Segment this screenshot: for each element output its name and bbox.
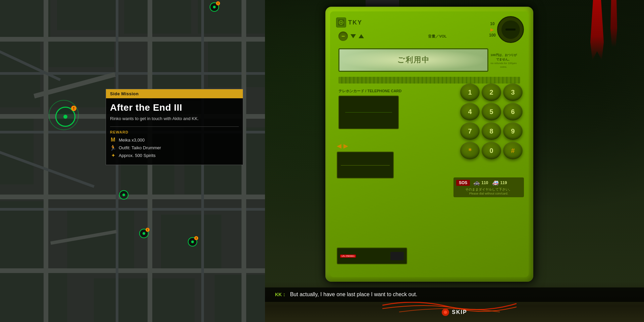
- road: [0, 72, 265, 75]
- city-block: [47, 40, 114, 67]
- reward-label: REWARD: [110, 130, 239, 134]
- coin-slit: [505, 29, 516, 31]
- map-marker-side[interactable]: [119, 190, 128, 200]
- keypad-row-2: 4 5 6: [452, 103, 523, 120]
- phone-body: TKY − 音量／VOL + 10 ▶ 100: [325, 7, 533, 282]
- map-panel: ! ! ! ! Side Mission After the End III R…: [0, 0, 265, 322]
- city-block: [57, 0, 117, 30]
- outfit-icon: 🏃: [110, 145, 116, 151]
- red-drip-2: [610, 0, 617, 47]
- map-marker-side[interactable]: !: [188, 237, 197, 247]
- active-marker-body: !: [55, 107, 75, 127]
- road: [0, 208, 265, 211]
- vol-up-arrow: [359, 34, 364, 38]
- handset-right-arrow: ▶: [343, 142, 348, 150]
- city-block: [94, 278, 195, 322]
- vol-label: 音量／VOL: [367, 34, 508, 39]
- skip-label: SKIP: [452, 309, 467, 315]
- road: [0, 195, 265, 199]
- key-3[interactable]: 3: [503, 84, 523, 101]
- bottom-slot-meter: [390, 252, 404, 260]
- key-1[interactable]: 1: [460, 84, 480, 101]
- city-block: [198, 0, 265, 34]
- skip-button-icon: [442, 309, 449, 316]
- marker-dot: [122, 194, 125, 196]
- brand-logo: [336, 17, 346, 28]
- screen-display-text: ご利用中: [397, 55, 430, 65]
- city-block: [0, 0, 50, 40]
- reward-meika: M Meika x3,000: [110, 137, 239, 143]
- no-change-text-jp: 100円は、おつりがでません。: [489, 53, 518, 61]
- map-marker-active[interactable]: !: [55, 107, 75, 127]
- reward-spirits-text: Approx. 500 Spirits: [119, 153, 156, 158]
- key-8[interactable]: 8: [482, 122, 501, 140]
- coin-area: 10 ▶ 100 100円は、おつりがでません。 no refunds for: [489, 16, 524, 44]
- road: [44, 0, 48, 322]
- city-block: [124, 0, 191, 34]
- key-hash[interactable]: #: [503, 142, 523, 159]
- keypad-row-3: 7 8 9: [452, 122, 523, 140]
- key-5[interactable]: 5: [482, 103, 501, 120]
- brand-name: TKY: [348, 19, 362, 26]
- city-block: [0, 117, 34, 184]
- subtitle-bar: KK： But actually, I have one last place …: [265, 287, 644, 302]
- mission-type-label: Side Mission: [106, 89, 243, 98]
- reward-spirits: ✦ Approx. 500 Spirits: [110, 152, 239, 158]
- marker-dot: [143, 232, 145, 235]
- coin-slot-inner: [501, 20, 520, 39]
- card-slot[interactable]: [338, 96, 399, 129]
- road: [0, 268, 265, 273]
- sos-button[interactable]: SOS: [456, 180, 470, 186]
- keypad: 1 2 3 4 5 6 7 8 9 ＊ 0 #: [452, 84, 523, 161]
- marker-exclaim: !: [194, 236, 198, 240]
- key-6[interactable]: 6: [503, 103, 523, 120]
- vol-minus-btn[interactable]: −: [338, 32, 348, 41]
- handset-slot[interactable]: [337, 152, 394, 178]
- phone-inner-body: TKY − 音量／VOL + 10 ▶ 100: [330, 11, 529, 277]
- map-marker-side[interactable]: !: [139, 229, 149, 238]
- phone-stripe-decoration: [338, 77, 520, 84]
- ambulance-icon: 🚑: [492, 179, 499, 186]
- bottom-slots: UN 2569901: [337, 248, 407, 267]
- key-4[interactable]: 4: [460, 103, 480, 120]
- phone-brand: TKY: [336, 17, 362, 28]
- key-2[interactable]: 2: [482, 84, 501, 101]
- key-9[interactable]: 9: [503, 122, 523, 140]
- spirits-icon: ✦: [110, 152, 116, 158]
- vol-down-arrow: [351, 34, 356, 38]
- sos-instruction-en: Please dial without coin/card.: [456, 192, 521, 195]
- keypad-row-4: ＊ 0 #: [452, 142, 523, 159]
- skip-button[interactable]: SKIP: [265, 309, 644, 316]
- active-marker-exclaim: !: [71, 106, 76, 111]
- marker-dot: [191, 240, 194, 243]
- mission-title: After the End III: [106, 98, 243, 116]
- bottom-slot-main: UN 2569901: [337, 248, 407, 264]
- sos-section: SOS 🚓 110 🚑 119 そのままダイヤルして下さい。 Please di…: [453, 177, 524, 197]
- coin-slot[interactable]: [497, 16, 524, 43]
- key-star[interactable]: ＊: [460, 142, 480, 159]
- key-7[interactable]: 7: [460, 122, 480, 140]
- map-background: ! ! ! ! Side Mission After the End III R…: [0, 0, 265, 322]
- sos-number-119: 119: [500, 180, 507, 185]
- sos-number-110: 110: [481, 180, 488, 185]
- reward-section: REWARD M Meika x3,000 🏃 Outfit: Taiko Dr…: [106, 127, 243, 165]
- city-block: [208, 40, 265, 87]
- sticker-label: UN 2569901: [340, 255, 356, 258]
- road: [0, 37, 265, 42]
- map-marker-side[interactable]: !: [210, 2, 219, 12]
- reward-outfit: 🏃 Outfit: Taiko Drummer: [110, 145, 239, 151]
- city-block: [215, 275, 265, 322]
- phone-panel: TKY − 音量／VOL + 10 ▶ 100: [265, 0, 644, 322]
- handset-left-arrow: ◀: [337, 142, 341, 150]
- key-0[interactable]: 0: [482, 142, 501, 159]
- subtitle-speaker: KK：: [275, 292, 286, 297]
- coin-amount-100: 100: [489, 33, 496, 38]
- city-block: [0, 268, 67, 322]
- reward-meika-text: Meika x3,000: [119, 138, 145, 143]
- phone-screen: ご利用中: [338, 48, 488, 72]
- active-marker-dot: [63, 115, 67, 119]
- reward-outfit-text: Outfit: Taiko Drummer: [119, 145, 161, 150]
- handset-slot-line: [341, 165, 390, 166]
- police-car-icon: 🚓: [473, 179, 480, 186]
- meika-icon: M: [110, 137, 116, 143]
